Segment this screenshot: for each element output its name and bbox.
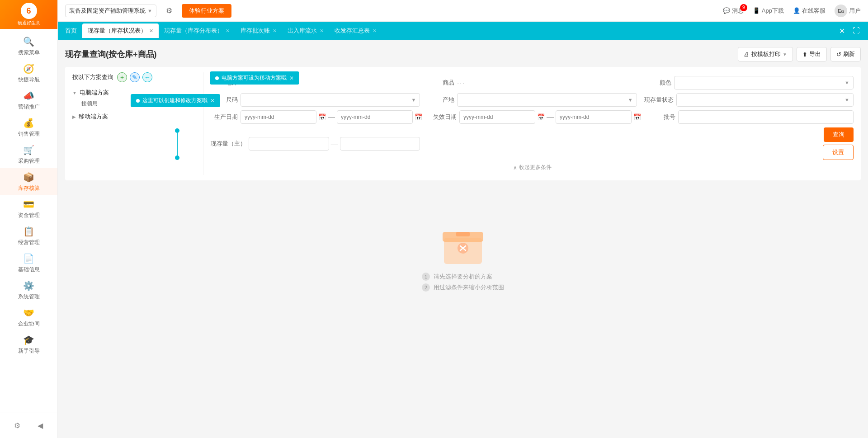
stock-status-select[interactable]: ▼ — [676, 93, 854, 107]
expiry-date-range: 📅 — 📅 — [459, 110, 641, 124]
online-service-btn[interactable]: 👤 在线客服 — [793, 7, 826, 15]
tab-inventory-dist[interactable]: 现存量（库存分布表）✕ — [159, 24, 235, 38]
close-all-tabs-btn[interactable]: ✕ — [835, 24, 848, 37]
system-icon: ⚙️ — [23, 280, 34, 291]
sidebar-item-system[interactable]: ⚙️系统管理 — [0, 277, 57, 304]
app-download-btn[interactable]: 📱 App下载 — [753, 7, 784, 15]
tab-close-inout-flow[interactable]: ✕ — [320, 28, 324, 34]
export-btn[interactable]: ⬆ 导出 — [797, 47, 827, 61]
production-date-label: 生产日期 — [211, 113, 238, 121]
main-area: 装备及固定资产辅助管理系统 ▼ ⚙ 体验行业方案 💬 消息 9 📱 App下载 … — [58, 0, 868, 438]
filter-grid-row2: 尺码 ▼ 产地 ▼ — [211, 93, 854, 107]
tooltip-scheme-text: 电脑方案可设为移动方案哦 — [222, 74, 287, 82]
sidebar-item-label-inventory: 库存核算 — [18, 184, 40, 192]
goods-dots[interactable]: ··· — [457, 79, 465, 86]
sidebar-settings-btn[interactable]: ⚙ — [9, 418, 25, 434]
production-date-from-calendar-icon[interactable]: 📅 — [318, 113, 326, 121]
inventory-icon: 📦 — [23, 172, 34, 183]
mobile-arrow-icon: ▶ — [72, 114, 76, 119]
empty-step-2: 2 用过滤条件来缩小分析范围 — [422, 283, 504, 292]
fullscreen-btn[interactable]: ⛶ — [850, 24, 863, 37]
sidebar-item-basic[interactable]: 📄基础信息 — [0, 250, 57, 277]
step-1-num: 1 — [422, 273, 430, 281]
stock-main-to[interactable] — [340, 137, 420, 151]
expiry-date-from-calendar-icon[interactable]: 📅 — [537, 113, 545, 121]
size-select[interactable]: ▼ — [241, 93, 420, 107]
refresh-btn[interactable]: ↺ 刷新 — [830, 47, 861, 61]
date-sep: — — [328, 113, 335, 121]
tab-close-collect-summary[interactable]: ✕ — [373, 28, 377, 34]
logo-icon: 6 — [21, 3, 37, 19]
sidebar-item-guide[interactable]: 🧭快捷导航 — [0, 60, 57, 87]
expiry-date-from[interactable] — [459, 110, 535, 124]
mobile-scheme-header[interactable]: ▶ 移动端方案 — [72, 111, 198, 122]
back-scheme-btn[interactable]: ← — [142, 72, 152, 82]
origin-label: 产地 — [427, 96, 454, 104]
empty-steps: 1 请先选择要分析的方案 2 用过滤条件来缩小分析范围 — [422, 273, 504, 292]
settings-icon[interactable]: ⚙ — [162, 4, 176, 18]
stock-status-label: 现存量状态 — [644, 96, 674, 104]
sidebar-item-label-guide: 快捷导航 — [18, 76, 40, 84]
tab-close-inventory-dist[interactable]: ✕ — [226, 28, 230, 34]
sidebar-item-operation[interactable]: 📋经营管理 — [0, 222, 57, 250]
production-date-from[interactable] — [241, 110, 316, 124]
edit-scheme-btn[interactable]: ✎ — [130, 72, 140, 82]
tab-inventory-status[interactable]: 现存量（库存状况表）✕ — [82, 24, 159, 38]
sidebar-item-sales[interactable]: 💰销售管理 — [0, 114, 57, 141]
origin-select[interactable]: ▼ — [457, 93, 637, 107]
tab-label-inventory-dist: 现存量（库存分布表） — [164, 27, 223, 35]
user-menu[interactable]: Ea 用户 — [835, 5, 861, 17]
goods-filter: 商品 ··· — [427, 76, 637, 89]
add-scheme-btn[interactable]: + — [117, 72, 127, 82]
tab-home[interactable]: 首页 — [60, 24, 82, 38]
tooltip-dot — [215, 76, 219, 80]
sidebar-item-search[interactable]: 🔍搜索菜单 — [0, 33, 57, 60]
step-2-num: 2 — [422, 283, 430, 292]
system-title-dropdown[interactable]: 装备及固定资产辅助管理系统 ▼ — [65, 5, 156, 17]
system-title: 装备及固定资产辅助管理系统 — [69, 7, 146, 15]
sidebar-item-purchase[interactable]: 🛒采购管理 — [0, 141, 57, 168]
batch-input[interactable] — [678, 110, 854, 124]
create-tooltip-close-icon[interactable]: ✕ — [210, 98, 215, 104]
tab-batch-ledger[interactable]: 库存批次账✕ — [235, 24, 282, 38]
tab-label-collect-summary: 收发存汇总表 — [335, 27, 370, 35]
pc-scheme-label: 电脑端方案 — [80, 89, 109, 97]
production-date-to-calendar-icon[interactable]: 📅 — [415, 113, 422, 121]
sidebar-item-newbie[interactable]: 🎓新手引导 — [0, 331, 57, 358]
color-select[interactable]: ▼ — [674, 76, 854, 89]
size-filter: 尺码 ▼ — [211, 93, 420, 107]
create-tooltip-text: 这里可以创建和修改方案哦 — [142, 97, 208, 104]
sidebar-item-finance[interactable]: 💳资金管理 — [0, 195, 57, 222]
tab-inout-flow[interactable]: 出入库流水✕ — [282, 24, 329, 38]
print-btn[interactable]: 🖨 按模板打印 ▼ — [738, 47, 793, 61]
tab-collect-summary[interactable]: 收发存汇总表✕ — [329, 24, 382, 38]
tab-close-inventory-status[interactable]: ✕ — [149, 28, 153, 34]
date-sep2: — — [547, 113, 554, 121]
sales-icon: 💰 — [23, 118, 34, 128]
filter-actions: + ✎ ← — [117, 72, 152, 82]
scheme-panel: 按以下方案查询 + ✎ ← ▼ 电脑端方案 — [72, 72, 203, 175]
collapse-btn[interactable]: ∧ 收起更多条件 — [211, 160, 854, 175]
expiry-date-to-calendar-icon[interactable]: 📅 — [633, 113, 641, 121]
sidebar-item-enterprise[interactable]: 🤝企业协同 — [0, 304, 57, 331]
sidebar-item-label-operation: 经营管理 — [18, 239, 40, 246]
production-date-to[interactable] — [337, 110, 413, 124]
basic-icon: 📄 — [23, 253, 34, 264]
stock-status-filter: 现存量状态 ▼ — [644, 93, 854, 107]
tab-bar: 首页现存量（库存状况表）✕现存量（库存分布表）✕库存批次账✕出入库流水✕收发存汇… — [58, 22, 868, 40]
tab-close-batch-ledger[interactable]: ✕ — [273, 28, 277, 34]
sidebar-collapse-btn[interactable]: ◀ — [32, 418, 48, 434]
reset-btn[interactable]: 设置 — [823, 145, 854, 160]
sidebar-item-marketing[interactable]: 📣营销推广 — [0, 87, 57, 114]
message-btn[interactable]: 💬 消息 9 — [723, 7, 744, 15]
sidebar-item-label-basic: 基础信息 — [18, 266, 40, 273]
stock-main-from[interactable] — [249, 137, 329, 151]
tooltip-scheme-close-icon[interactable]: ✕ — [289, 75, 294, 81]
tab-bar-actions: ✕ ⛶ — [835, 24, 866, 37]
expiry-date-to[interactable] — [556, 110, 632, 124]
sidebar-item-inventory[interactable]: 📦库存核算 — [0, 168, 57, 195]
top-header: 装备及固定资产辅助管理系统 ▼ ⚙ 体验行业方案 💬 消息 9 📱 App下载 … — [58, 0, 868, 22]
search-btn[interactable]: 查询 — [824, 127, 854, 142]
filter-grid-row3: 生产日期 📅 — 📅 失效日期 — [211, 110, 854, 124]
industry-btn[interactable]: 体验行业方案 — [182, 4, 231, 18]
